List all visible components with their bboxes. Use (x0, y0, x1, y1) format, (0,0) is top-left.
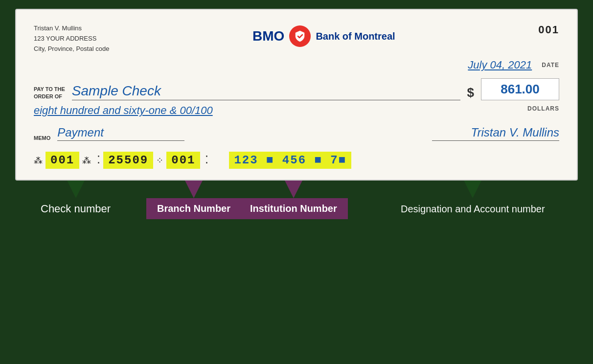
designation-account-arrow (464, 181, 481, 198)
check-top-row: Tristan V. Mullins 123 YOUR ADDRESS City… (34, 23, 559, 54)
micr-account-number: 123 ■ 456 ■ 7■ (229, 152, 351, 169)
payee-line: Sample Check (72, 83, 460, 100)
payee-name: Sample Check (72, 83, 161, 98)
institution-number-label-group: Institution Number (239, 181, 348, 219)
check-number-top: 001 (538, 23, 559, 36)
pay-to-label: PAY TO THE ORDER OF (34, 86, 65, 101)
dollars-label: DOLLARS (527, 105, 559, 112)
designation-account-label: Designation and Account number (401, 202, 545, 216)
address-line3: City, Province, Postal code (34, 44, 109, 54)
check-number-label: Check number (41, 202, 111, 216)
memo-line: Payment (57, 126, 184, 141)
amount-value: 861.00 (501, 82, 540, 96)
micr-symbol-2: ⁂ (82, 155, 91, 166)
micr-symbol-3: ⁘ (156, 155, 163, 166)
pay-to-row: PAY TO THE ORDER OF Sample Check $ 861.0… (34, 78, 559, 100)
address-line1: Tristan V. Mullins (34, 23, 109, 34)
written-amount-row: eight hundred and sixty-one & 00/100 DOL… (34, 104, 559, 117)
written-amount: eight hundred and sixty-one & 00/100 (34, 104, 213, 117)
date-value: July 04, 2021 (468, 59, 532, 71)
memo-left: MEMO Payment (34, 126, 184, 141)
address-line2: 123 YOUR ADDRESS (34, 34, 109, 44)
micr-line: ⁂ 001 ⁂ ⁚ 25509 ⁘ 001 ⁚ 123 ■ 456 ■ 7■ (34, 152, 559, 169)
micr-colon-1: ⁚ (97, 154, 100, 167)
memo-value: Payment (57, 126, 104, 139)
memo-row: MEMO Payment Tristan V. Mullins (34, 126, 559, 141)
check-number-arrow (67, 181, 85, 198)
bmo-text: BMO (252, 28, 284, 44)
date-row: July 04, 2021 DATE (34, 59, 559, 71)
check-number-label-group: Check number (41, 181, 111, 216)
micr-check-number: 001 (46, 152, 79, 169)
micr-start-symbol: ⁂ (34, 155, 43, 166)
micr-branch-number: 25509 (103, 152, 153, 169)
signature-line: Tristan V. Mullins (432, 126, 559, 141)
branch-number-label: Branch Number (146, 198, 241, 219)
bank-full-name: Bank of Montreal (316, 31, 395, 42)
bottom-labels-area: Check number Branch Number Institution N… (15, 181, 578, 256)
branch-number-label-group: Branch Number (146, 181, 241, 219)
micr-colon-2: ⁚ (205, 154, 208, 167)
amount-box: 861.00 (481, 78, 559, 100)
bmo-logo: BMO Bank of Montreal (252, 25, 395, 47)
check-document: Tristan V. Mullins 123 YOUR ADDRESS City… (15, 9, 578, 181)
date-label: DATE (542, 62, 559, 68)
institution-number-arrow (285, 181, 302, 198)
account-holder-address: Tristan V. Mullins 123 YOUR ADDRESS City… (34, 23, 109, 54)
dollar-sign: $ (467, 85, 474, 100)
memo-label: MEMO (34, 135, 50, 141)
designation-account-label-group: Designation and Account number (401, 181, 545, 216)
micr-institution-number: 001 (166, 152, 200, 169)
branch-number-arrow (185, 181, 203, 198)
signature-value: Tristan V. Mullins (471, 126, 559, 139)
bmo-shield-icon (289, 25, 311, 47)
institution-number-label: Institution Number (239, 198, 348, 219)
